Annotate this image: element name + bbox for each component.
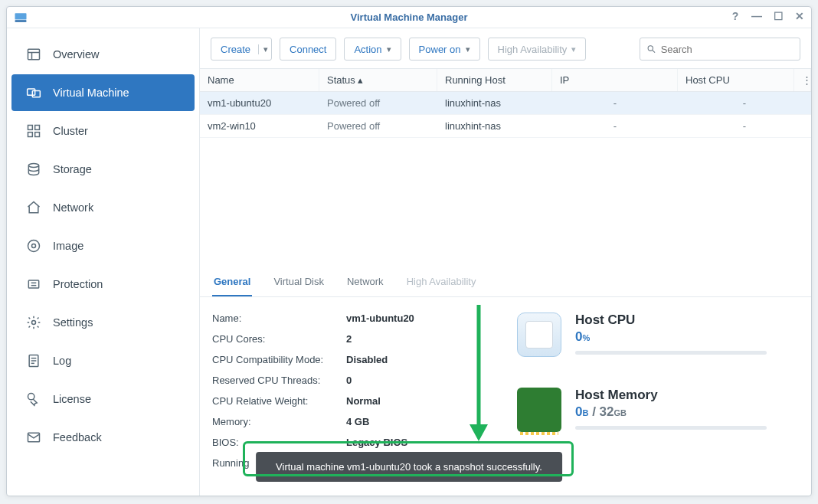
cluster-icon xyxy=(25,123,42,139)
svg-point-12 xyxy=(32,244,36,248)
tab-general[interactable]: General xyxy=(212,268,252,296)
chevron-down-icon: ▾ xyxy=(466,44,470,54)
sidebar-item-feedback[interactable]: Feedback xyxy=(11,419,195,456)
svg-rect-9 xyxy=(28,133,33,137)
toolbar: Create▾ Connect Action ▾ Power on ▾ High… xyxy=(200,28,811,68)
col-status[interactable]: Status ▴ xyxy=(319,69,437,91)
col-host-cpu[interactable]: Host CPU xyxy=(678,69,794,91)
power-on-button[interactable]: Power on ▾ xyxy=(409,38,480,61)
feedback-icon xyxy=(25,429,42,446)
network-icon xyxy=(25,199,42,216)
maximize-button[interactable]: ☐ xyxy=(771,10,785,22)
svg-rect-2 xyxy=(28,49,40,59)
sidebar-item-label: Network xyxy=(53,201,93,214)
window-title: Virtual Machine Manager xyxy=(351,11,468,23)
prop-key: CPU Cores: xyxy=(212,333,346,345)
prop-key: CPU Compatibility Mode: xyxy=(212,354,346,365)
prop-value: 2 xyxy=(346,333,352,345)
cell-cpu: - xyxy=(678,115,811,137)
titlebar: Virtual Machine Manager ? — ☐ ✕ xyxy=(7,7,811,28)
prop-key: Name: xyxy=(212,313,346,324)
tab-virtual-disk[interactable]: Virtual Disk xyxy=(272,268,326,296)
sidebar-item-image[interactable]: Image xyxy=(11,227,195,264)
close-button[interactable]: ✕ xyxy=(793,10,807,22)
svg-rect-7 xyxy=(28,126,33,130)
help-button[interactable]: ? xyxy=(728,10,742,22)
col-ip[interactable]: IP xyxy=(552,69,678,91)
chevron-down-icon: ▾ xyxy=(387,44,391,54)
storage-icon xyxy=(25,161,42,178)
create-button[interactable]: Create▾ xyxy=(211,38,272,61)
col-running-host[interactable]: Running Host xyxy=(437,69,552,91)
stat-bar xyxy=(575,351,767,355)
svg-line-24 xyxy=(653,51,655,53)
svg-rect-6 xyxy=(32,91,40,97)
col-name[interactable]: Name xyxy=(200,69,319,91)
stat-title: Host Memory xyxy=(575,388,767,403)
stat-bar xyxy=(575,426,767,430)
sidebar-item-cluster[interactable]: Cluster xyxy=(11,113,195,149)
col-more-icon[interactable]: ⋮ xyxy=(794,69,811,91)
tab-high-availability[interactable]: High Availability xyxy=(405,268,478,296)
cell-status: Powered off xyxy=(319,115,437,137)
search-input[interactable] xyxy=(661,44,793,55)
sidebar-item-network[interactable]: Network xyxy=(11,189,195,226)
sidebar-item-label: Overview xyxy=(53,48,99,61)
prop-key: Memory: xyxy=(212,416,346,427)
stat-value: 0% xyxy=(575,329,767,345)
tab-network[interactable]: Network xyxy=(345,268,385,296)
prop-key: Reserved CPU Threads: xyxy=(212,375,346,386)
chevron-down-icon: ▾ xyxy=(571,44,576,54)
prop-value: Normal xyxy=(346,395,381,407)
svg-point-16 xyxy=(32,321,36,325)
sidebar-item-label: Cluster xyxy=(53,125,88,137)
prop-key: CPU Relative Weight: xyxy=(212,395,346,407)
license-icon xyxy=(25,391,42,407)
sidebar-item-overview[interactable]: Overview xyxy=(11,36,195,73)
sidebar-item-settings[interactable]: Settings xyxy=(11,304,195,341)
image-icon xyxy=(25,237,42,254)
search-icon xyxy=(646,44,656,54)
sidebar-item-label: Virtual Machine xyxy=(53,87,129,99)
svg-rect-10 xyxy=(35,133,40,137)
cell-host: linuxhint-nas xyxy=(437,92,552,114)
high-availability-button[interactable]: High Availability ▾ xyxy=(488,38,587,61)
svg-rect-0 xyxy=(15,13,27,19)
app-icon xyxy=(13,10,28,25)
sidebar-item-log[interactable]: Log xyxy=(11,342,195,379)
svg-rect-1 xyxy=(15,20,27,22)
sidebar-item-license[interactable]: License xyxy=(11,381,195,417)
prop-value: 4 GB xyxy=(346,416,369,427)
memory-icon xyxy=(517,388,561,432)
sidebar-item-label: Log xyxy=(53,355,71,367)
cell-name: vm2-win10 xyxy=(200,115,319,137)
protection-icon xyxy=(25,276,42,293)
cell-name: vm1-ubuntu20 xyxy=(200,92,319,114)
sidebar-item-label: Storage xyxy=(53,163,92,175)
table-header: Name Status ▴ Running Host IP Host CPU ⋮ xyxy=(200,68,811,92)
svg-point-23 xyxy=(648,46,653,51)
minimize-button[interactable]: — xyxy=(750,10,764,22)
svg-rect-5 xyxy=(28,89,35,95)
stat-value: 0B / 32GB xyxy=(575,404,767,420)
svg-point-11 xyxy=(28,241,40,252)
cell-cpu: - xyxy=(678,92,811,114)
action-button[interactable]: Action ▾ xyxy=(344,38,401,61)
sidebar-item-virtual-machine[interactable]: Virtual Machine xyxy=(11,74,195,111)
sidebar-item-storage[interactable]: Storage xyxy=(11,151,195,188)
sidebar-item-label: Settings xyxy=(53,316,93,329)
sidebar-item-label: License xyxy=(53,393,91,405)
table-row[interactable]: vm2-win10 Powered off linuxhint-nas - - xyxy=(200,115,811,138)
svg-rect-8 xyxy=(35,126,40,130)
cell-status: Powered off xyxy=(319,92,437,114)
connect-button[interactable]: Connect xyxy=(280,38,336,61)
sidebar: Overview Virtual Machine Cluster Storage… xyxy=(7,28,200,496)
svg-point-21 xyxy=(28,394,34,400)
chevron-down-icon[interactable]: ▾ xyxy=(258,44,268,54)
prop-value: Disabled xyxy=(346,354,388,365)
overview-icon xyxy=(25,46,42,63)
stat-title: Host CPU xyxy=(575,313,767,328)
sidebar-item-protection[interactable]: Protection xyxy=(11,266,195,303)
search-box[interactable] xyxy=(640,38,800,61)
table-row[interactable]: vm1-ubuntu20 Powered off linuxhint-nas -… xyxy=(200,92,811,115)
